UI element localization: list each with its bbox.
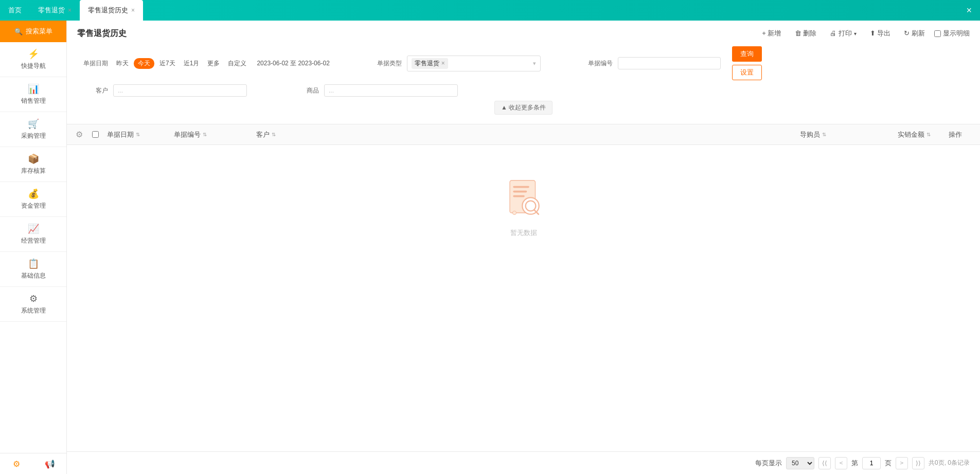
svg-rect-2 [513,191,527,193]
main-layout: 🔍 搜索菜单 ⚡ 快捷导航 📊 销售管理 🛒 采购管理 📦 库存核算 💰 资金管… [0,21,980,474]
sales-icon: 📊 [28,83,39,95]
close-tab-retail-return-icon[interactable]: × [68,7,72,14]
svg-point-7 [512,211,516,214]
page-number-input[interactable] [862,457,881,469]
content-area: 零售退货历史 + 新增 🗑 删除 🖨 打印 ▾ ⬆ 导出 [67,21,980,474]
sidebar-item-basic-info[interactable]: 📋 基础信息 [0,252,66,287]
print-dropdown-icon: ▾ [854,31,857,37]
customer-select[interactable]: ... [113,84,247,97]
goods-label: 商品 [288,86,319,95]
sidebar-item-quick-nav[interactable]: ⚡ 快捷导航 [0,42,66,77]
page-size-select[interactable]: 50 100 200 [786,457,814,469]
remove-type-tag-btn[interactable]: × [441,60,445,67]
date-option-today[interactable]: 今天 [134,58,154,69]
filter-row-customer: 客户 ... 商品 ... [77,84,970,97]
svg-rect-3 [513,195,525,197]
type-tag: 零售退货 × [412,58,448,69]
empty-icon [501,176,547,222]
date-range-value: 2023-06-02 至 2023-06-02 [257,59,329,68]
filter-area: 单据日期 昨天 今天 近7天 近1月 更多 自定义 2023-06-02 至 2… [77,46,970,124]
page-title: 零售退货历史 [77,28,127,39]
th-operation: 操作 [935,130,976,139]
type-select-arrow-icon: ▾ [533,60,536,67]
basic-info-icon: 📋 [28,258,39,269]
sidebar-item-operations[interactable]: 📈 经营管理 [0,217,66,252]
delete-button[interactable]: 🗑 删除 [791,27,821,40]
show-detail-checkbox[interactable] [934,30,941,37]
sort-date-icon: ⇅ [136,132,140,137]
empty-state: 暂无数据 [67,145,980,268]
select-all-checkbox[interactable] [92,131,99,138]
prev-page-button[interactable]: ＜ [835,457,847,469]
sidebar-item-purchase[interactable]: 🛒 采购管理 [0,112,66,147]
customer-label: 客户 [77,86,108,95]
table-settings-icon[interactable]: ⚙ [71,130,87,139]
sidebar-search[interactable]: 🔍 搜索菜单 [0,21,66,42]
top-bar: 首页 零售退货 × 零售退货历史 × × [0,0,980,21]
filter-row-date: 单据日期 昨天 今天 近7天 近1月 更多 自定义 2023-06-02 至 2… [77,46,970,80]
page-label: 第 [851,459,858,468]
sidebar-settings-btn[interactable]: ⚙ [0,453,33,474]
date-option-7days[interactable]: 近7天 [156,58,179,69]
search-icon: 🔍 [14,28,23,35]
close-tab-retail-return-history-icon[interactable]: × [131,7,135,14]
tab-home[interactable]: 首页 [0,0,30,21]
sidebar-item-sales[interactable]: 📊 销售管理 [0,77,66,112]
quick-nav-icon: ⚡ [28,48,39,60]
sidebar-speaker-btn[interactable]: 📢 [33,453,67,474]
sidebar-bottom: ⚙ 📢 [0,453,66,474]
collapse-button[interactable]: ▲ 收起更多条件 [494,101,553,115]
num-label: 单据编号 [582,59,613,68]
show-detail-checkbox-area[interactable]: 显示明细 [934,29,970,38]
query-button[interactable]: 查询 [732,46,762,62]
toolbar: + 新增 🗑 删除 🖨 打印 ▾ ⬆ 导出 ↻ 刷新 [758,27,970,40]
purchase-icon: 🛒 [28,118,39,130]
last-page-button[interactable]: ⟩⟩ [912,457,924,469]
system-icon: ⚙ [29,293,38,304]
sort-customer-icon: ⇅ [272,132,276,137]
th-date[interactable]: 单据日期 ⇅ [103,130,170,139]
sort-guide-icon: ⇅ [822,132,826,137]
first-page-button[interactable]: ⟨⟨ [818,457,831,469]
tab-retail-return[interactable]: 零售退货 × [30,0,80,21]
tab-retail-return-history[interactable]: 零售退货历史 × [80,0,143,21]
page-header: 零售退货历史 + 新增 🗑 删除 🖨 打印 ▾ ⬆ 导出 [67,21,980,124]
operations-icon: 📈 [28,223,39,234]
sidebar-item-system[interactable]: ⚙ 系统管理 [0,287,66,322]
sidebar: 🔍 搜索菜单 ⚡ 快捷导航 📊 销售管理 🛒 采购管理 📦 库存核算 💰 资金管… [0,21,67,474]
page-total: 共0页, 0条记录 [929,459,970,467]
sort-num-icon: ⇅ [203,132,207,137]
date-label: 单据日期 [77,59,108,68]
num-input[interactable] [618,57,721,69]
date-option-custom[interactable]: 自定义 [225,58,250,69]
set-button[interactable]: 设置 [732,65,762,80]
export-button[interactable]: ⬆ 导出 [866,27,895,40]
date-option-1month[interactable]: 近1月 [181,58,203,69]
sidebar-item-inventory[interactable]: 📦 库存核算 [0,147,66,182]
th-num[interactable]: 单据编号 ⇅ [170,130,252,139]
th-guide[interactable]: 导购员 ⇅ [796,130,873,139]
sort-amount-icon: ⇅ [926,132,931,137]
next-page-button[interactable]: ＞ [896,457,908,469]
table-area: ⚙ 单据日期 ⇅ 单据编号 ⇅ 客户 ⇅ 导购员 ⇅ [67,124,980,451]
pagination-bar: 每页显示 50 100 200 ⟨⟨ ＜ 第 页 ＞ ⟩⟩ 共0页, 0条记录 [67,451,980,474]
finance-icon: 💰 [28,188,39,199]
date-options: 昨天 今天 近7天 近1月 更多 自定义 [113,58,250,69]
table-header: ⚙ 单据日期 ⇅ 单据编号 ⇅ 客户 ⇅ 导购员 ⇅ [67,124,980,145]
date-option-yesterday[interactable]: 昨天 [113,58,132,69]
sidebar-item-finance[interactable]: 💰 资金管理 [0,182,66,217]
goods-select[interactable]: ... [324,84,458,97]
page-unit-label: 页 [885,459,892,468]
print-button[interactable]: 🖨 打印 ▾ [826,27,861,40]
refresh-button[interactable]: ↻ 刷新 [900,27,929,40]
add-button[interactable]: + 新增 [758,27,785,40]
type-select[interactable]: 零售退货 × ▾ [407,56,541,71]
empty-text: 暂无数据 [510,228,537,238]
inventory-icon: 📦 [28,153,39,165]
date-option-more[interactable]: 更多 [204,58,223,69]
window-close-button[interactable]: × [966,5,972,16]
th-amount[interactable]: 实销金额 ⇅ [873,130,935,139]
table-select-all[interactable] [87,131,103,138]
th-customer[interactable]: 客户 ⇅ [252,130,796,139]
type-label: 单据类型 [371,59,402,68]
